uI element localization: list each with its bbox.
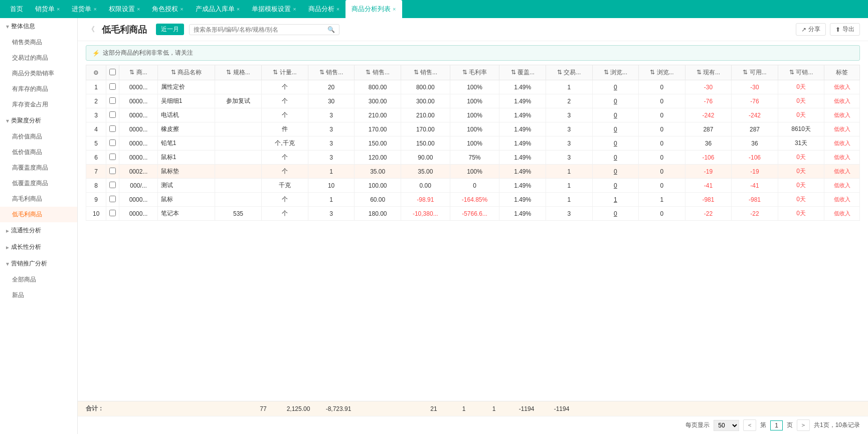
sidebar-group-overall-title[interactable]: ▾ 整体信息 — [0, 18, 77, 35]
close-templates-icon[interactable]: × — [293, 6, 296, 12]
period-button[interactable]: 近一月 — [156, 24, 184, 35]
share-button[interactable]: ↗ 分享 — [796, 23, 826, 36]
close-products-in-icon[interactable]: × — [237, 6, 240, 12]
sidebar-item-traded-products[interactable]: 交易过的商品 — [0, 50, 77, 66]
td-checkbox[interactable] — [106, 151, 119, 165]
close-product-analysis-icon[interactable]: × — [336, 6, 339, 12]
sidebar-group-marketing-title[interactable]: ▾ 营销推广分析 — [0, 255, 77, 272]
td-current: -76 — [685, 94, 732, 108]
td-checkbox[interactable] — [106, 80, 119, 94]
td-checkbox[interactable] — [106, 136, 119, 151]
th-browse1[interactable]: ⇅ 浏览... — [592, 65, 639, 80]
td-browse1[interactable]: 0 — [592, 122, 639, 136]
row-checkbox[interactable] — [109, 139, 116, 146]
row-checkbox[interactable] — [109, 182, 116, 188]
td-checkbox[interactable] — [106, 94, 119, 108]
row-checkbox[interactable] — [109, 111, 116, 118]
th-sales3[interactable]: ⇅ 销售... — [401, 65, 450, 80]
sidebar-group-cluster-title[interactable]: ▾ 类聚度分析 — [0, 112, 77, 129]
sidebar-item-inventory-capital[interactable]: 库存资金占用 — [0, 97, 77, 112]
search-input[interactable] — [194, 26, 325, 33]
sidebar-item-category-rate[interactable]: 商品分类助销率 — [0, 66, 77, 81]
row-checkbox[interactable] — [109, 154, 116, 160]
th-code[interactable]: ⇅ 商... — [119, 65, 157, 80]
th-settings[interactable]: ⚙ — [86, 65, 106, 80]
select-all-checkbox[interactable] — [109, 69, 116, 75]
next-page-button[interactable]: ＞ — [797, 419, 810, 431]
th-tag[interactable]: 标签 — [824, 65, 860, 80]
row-checkbox[interactable] — [109, 83, 116, 90]
th-saleable[interactable]: ⇅ 可销... — [778, 65, 824, 80]
td-checkbox[interactable] — [106, 207, 119, 221]
sidebar-item-low-margin[interactable]: 低毛利商品 — [0, 207, 77, 222]
close-sales-icon[interactable]: × — [57, 6, 60, 12]
nav-sales[interactable]: 销货单 × — [29, 0, 66, 18]
th-trades[interactable]: ⇅ 交易... — [546, 65, 592, 80]
td-checkbox[interactable] — [106, 179, 119, 193]
th-spec[interactable]: ⇅ 规格... — [215, 65, 262, 80]
sidebar-item-high-value[interactable]: 高价值商品 — [0, 129, 77, 144]
td-trades: 1 — [546, 179, 592, 193]
td-browse1[interactable]: 1 — [592, 193, 639, 207]
sidebar-group-flow-title[interactable]: ▸ 流通性分析 — [0, 222, 77, 239]
td-browse2: 0 — [639, 136, 685, 151]
sidebar-group-growth-title[interactable]: ▸ 成长性分析 — [0, 239, 77, 255]
th-gross-rate[interactable]: ⇅ 毛利率 — [450, 65, 499, 80]
sidebar-item-low-value[interactable]: 低价值商品 — [0, 144, 77, 160]
td-browse1[interactable]: 0 — [592, 80, 639, 94]
sidebar-item-high-margin[interactable]: 高毛利商品 — [0, 191, 77, 207]
table-row: 1 0000... 属性定价 个 20 800.00 800.00 100% 1… — [86, 80, 860, 94]
row-checkbox[interactable] — [109, 210, 116, 216]
th-browse2[interactable]: ⇅ 浏览... — [639, 65, 685, 80]
nav-product-analysis[interactable]: 商品分析 × — [302, 0, 345, 18]
nav-product-analysis-list[interactable]: 商品分析列表 × — [345, 0, 402, 18]
td-trades: 3 — [546, 136, 592, 151]
th-sales1[interactable]: ⇅ 销售... — [308, 65, 355, 80]
per-page-select[interactable]: 50 20 100 — [714, 420, 739, 431]
tag-badge: 低收入 — [834, 84, 850, 90]
th-name[interactable]: ⇅ 商品名称 — [157, 65, 215, 80]
row-checkbox[interactable] — [109, 97, 116, 104]
td-browse1[interactable]: 0 — [592, 108, 639, 122]
nav-purchase[interactable]: 进货单 × — [66, 0, 102, 18]
sidebar-collapse-button[interactable]: 《 — [86, 25, 97, 34]
th-available[interactable]: ⇅ 可用... — [732, 65, 778, 80]
th-sales2[interactable]: ⇅ 销售... — [355, 65, 401, 80]
sidebar-item-low-coverage[interactable]: 低覆盖度商品 — [0, 176, 77, 191]
nav-home[interactable]: 首页 — [4, 0, 29, 18]
td-browse1[interactable]: 0 — [592, 179, 639, 193]
close-purchase-icon[interactable]: × — [93, 6, 96, 12]
close-permissions-icon[interactable]: × — [137, 6, 140, 12]
row-checkbox[interactable] — [109, 196, 116, 202]
td-browse1[interactable]: 0 — [592, 165, 639, 179]
td-saleable: 0天 — [778, 165, 824, 179]
th-unit[interactable]: ⇅ 计量... — [262, 65, 308, 80]
sidebar-item-all-products[interactable]: 全部商品 — [0, 272, 77, 287]
row-checkbox[interactable] — [109, 168, 116, 174]
nav-roles[interactable]: 角色授权 × — [146, 0, 189, 18]
nav-permissions[interactable]: 权限设置 × — [103, 0, 146, 18]
sidebar-group-growth: ▸ 成长性分析 — [0, 239, 77, 255]
search-icon[interactable]: 🔍 — [327, 26, 335, 33]
close-product-analysis-list-icon[interactable]: × — [393, 6, 396, 12]
export-button[interactable]: ⬆ 导出 — [830, 23, 860, 36]
th-current[interactable]: ⇅ 现有... — [685, 65, 732, 80]
td-checkbox[interactable] — [106, 193, 119, 207]
sidebar-item-inventory-products[interactable]: 有库存的商品 — [0, 81, 77, 97]
td-browse1[interactable]: 0 — [592, 136, 639, 151]
row-checkbox[interactable] — [109, 125, 116, 132]
td-browse1[interactable]: 0 — [592, 151, 639, 165]
sidebar-item-sales-products[interactable]: 销售类商品 — [0, 35, 77, 50]
prev-page-button[interactable]: ＜ — [743, 419, 756, 431]
sidebar-item-new-products[interactable]: 新品 — [0, 287, 77, 303]
close-roles-icon[interactable]: × — [180, 6, 183, 12]
td-browse1[interactable]: 0 — [592, 94, 639, 108]
nav-templates[interactable]: 单据模板设置 × — [246, 0, 302, 18]
td-browse1[interactable]: 0 — [592, 207, 639, 221]
td-checkbox[interactable] — [106, 108, 119, 122]
th-coverage[interactable]: ⇅ 覆盖... — [499, 65, 546, 80]
sidebar-item-high-coverage[interactable]: 高覆盖度商品 — [0, 160, 77, 176]
td-checkbox[interactable] — [106, 122, 119, 136]
td-checkbox[interactable] — [106, 165, 119, 179]
nav-products-in[interactable]: 产成品入库单 × — [190, 0, 246, 18]
